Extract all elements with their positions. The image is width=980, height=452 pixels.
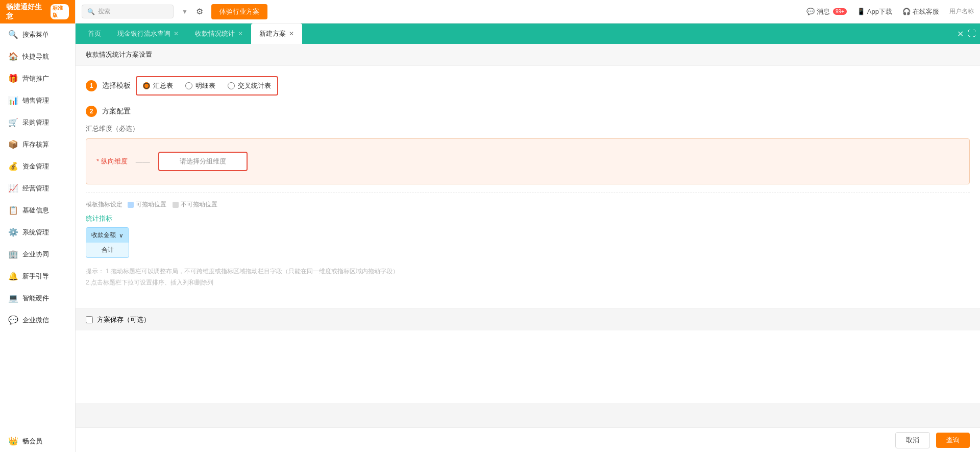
radio-cross-input[interactable] [228, 82, 235, 89]
topbar-search-box[interactable]: 🔍 搜索 [82, 5, 174, 18]
tips-section: 提示： 1.拖动标题栏可以调整布局，不可跨维度或指标区域拖动栏目字段（只能在同一… [86, 266, 970, 288]
sidebar-item-label: 畅会员 [22, 437, 42, 446]
template-options-box: 汇总表 明细表 交叉统计表 [136, 76, 278, 96]
tab-receipt-stats-close[interactable]: ✕ [238, 30, 243, 37]
cancel-button[interactable]: 取消 [895, 432, 930, 448]
step1-section: 1 选择模板 汇总表 明细表 [86, 76, 970, 96]
message-badge: 99+ [833, 8, 847, 15]
step2-title: 方案配置 [102, 107, 131, 116]
search-menu-icon: 🔍 [8, 30, 18, 39]
tab-bank-query-close[interactable]: ✕ [174, 30, 179, 37]
sidebar-item-purchase[interactable]: 🛒 采购管理 [0, 111, 75, 133]
sidebar-item-enterprise[interactable]: 🏢 企业协同 [0, 243, 75, 265]
tabs-right-controls: ✕ ⛶ [957, 29, 976, 39]
sidebar-item-label: 快捷导航 [22, 52, 49, 61]
sidebar-item-label: 企业协同 [22, 250, 49, 259]
sidebar-item-label: 销售管理 [22, 96, 49, 105]
tabs-close-icon[interactable]: ✕ [957, 29, 964, 39]
message-icon: 💬 [806, 8, 815, 15]
dimension-select[interactable]: 请选择分组维度 [158, 152, 248, 171]
guide-icon: 🔔 [8, 271, 18, 281]
metrics-label: 统计指标 [86, 214, 970, 223]
dimension-arrow: —— [136, 157, 150, 165]
radio-summary[interactable]: 汇总表 [143, 81, 173, 90]
tab-new-plan-close[interactable]: ✕ [289, 30, 294, 37]
radio-detail[interactable]: 明细表 [185, 81, 215, 90]
sidebar-item-marketing[interactable]: 🎁 营销推广 [0, 67, 75, 89]
service-label: 在线客服 [913, 7, 939, 16]
search-icon: 🔍 [87, 8, 95, 15]
sidebar-item-label: 企业微信 [22, 316, 49, 325]
sidebar-item-member[interactable]: 👑 畅会员 [0, 430, 75, 452]
inventory-icon: 📦 [8, 139, 18, 149]
tab-new-plan[interactable]: 新建方案 ✕ [251, 23, 302, 44]
metrics-card[interactable]: 收款金额 ∨ 合计 [86, 227, 129, 258]
topbar-settings-icon[interactable]: ⚙ [196, 7, 203, 16]
logo-badge: 标准版 [51, 4, 69, 19]
member-icon: 👑 [8, 436, 18, 446]
dimension-title: 汇总维度（必选） [86, 124, 970, 133]
topbar-dropdown-arrow[interactable]: ▼ [182, 8, 188, 15]
tabs-bar: 首页 现金银行流水查询 ✕ 收款情况统计 ✕ 新建方案 ✕ ✕ ⛶ [76, 23, 980, 44]
sidebar-item-system[interactable]: ⚙️ 系统管理 [0, 221, 75, 243]
step1-header: 1 选择模板 汇总表 明细表 [86, 76, 970, 96]
sidebar-item-label: 采购管理 [22, 118, 49, 127]
step1-num: 1 [86, 80, 97, 91]
message-btn[interactable]: 💬 消息 99+ [806, 7, 847, 16]
sidebar-item-label: 营销推广 [22, 74, 49, 83]
sidebar-item-sales[interactable]: 📊 销售管理 [0, 89, 75, 111]
system-icon: ⚙️ [8, 227, 18, 237]
footer-bar: 取消 查询 [76, 427, 980, 452]
search-placeholder-text: 搜索 [98, 7, 110, 16]
radio-summary-input[interactable] [143, 82, 150, 89]
step2-header: 2 方案配置 [86, 106, 970, 117]
metrics-section: 模板指标设定 可拖动位置 不可拖动位置 [86, 193, 970, 258]
radio-detail-input[interactable] [185, 82, 192, 89]
query-button[interactable]: 查询 [936, 433, 970, 448]
sidebar-item-label: 经营管理 [22, 184, 49, 193]
tip-2-text: 2.点击标题栏下拉可设置排序、插入列和删除列 [86, 277, 213, 289]
tabs-expand-icon[interactable]: ⛶ [968, 29, 976, 38]
legend-dot-gray [173, 202, 179, 208]
tab-receipt-stats[interactable]: 收款情况统计 ✕ [187, 23, 251, 44]
download-btn[interactable]: 📱 App下载 [857, 7, 892, 16]
sidebar-item-inventory[interactable]: 📦 库存核算 [0, 133, 75, 155]
legend-fixed-label: 不可拖动位置 [181, 200, 217, 209]
metrics-card-dropdown-icon[interactable]: ∨ [119, 232, 124, 239]
sidebar-item-quick-nav[interactable]: 🏠 快捷导航 [0, 45, 75, 67]
sidebar-item-label: 库存核算 [22, 140, 49, 149]
wechat-icon: 💬 [8, 315, 18, 325]
download-icon: 📱 [857, 8, 865, 15]
sidebar-item-guide[interactable]: 🔔 新手引导 [0, 265, 75, 287]
breadcrumb-text: 收款情况统计方案设置 [86, 51, 152, 58]
topbar: 🔍 搜索 ▼ ⚙ 体验行业方案 💬 消息 99+ 📱 App下载 🎧 在线客服 … [76, 0, 980, 23]
sidebar-item-label: 搜索菜单 [22, 30, 49, 39]
tab-bank-query-label: 现金银行流水查询 [117, 29, 170, 38]
sidebar-item-label: 新手引导 [22, 272, 49, 281]
tab-home[interactable]: 首页 [80, 23, 109, 44]
page-breadcrumb: 收款情况统计方案设置 [76, 44, 980, 66]
marketing-icon: 🎁 [8, 74, 18, 83]
sidebar-item-hardware[interactable]: 💻 智能硬件 [0, 287, 75, 309]
sidebar-item-wechat[interactable]: 💬 企业微信 [0, 309, 75, 331]
sidebar-item-search-menu[interactable]: 🔍 搜索菜单 [0, 23, 75, 45]
metrics-card-header[interactable]: 收款金额 ∨ [86, 228, 129, 243]
service-icon: 🎧 [902, 8, 911, 15]
tab-new-plan-label: 新建方案 [259, 29, 286, 38]
save-checkbox[interactable] [86, 316, 93, 323]
sidebar-item-operations[interactable]: 📈 经营管理 [0, 177, 75, 199]
sidebar-item-capital[interactable]: 💰 资金管理 [0, 155, 75, 177]
purchase-icon: 🛒 [8, 117, 18, 127]
legend-draggable: 可拖动位置 [128, 200, 166, 209]
sidebar-item-basic-info[interactable]: 📋 基础信息 [0, 199, 75, 221]
industry-btn[interactable]: 体验行业方案 [211, 4, 267, 19]
metrics-header: 模板指标设定 可拖动位置 不可拖动位置 [86, 200, 970, 209]
service-btn[interactable]: 🎧 在线客服 [902, 7, 939, 16]
logo-text: 畅捷通好生意 [6, 3, 46, 21]
tab-home-label: 首页 [88, 29, 101, 38]
tab-bank-query[interactable]: 现金银行流水查询 ✕ [109, 23, 187, 44]
message-label: 消息 [817, 7, 830, 16]
sidebar: 畅捷通好生意 标准版 🔍 搜索菜单 🏠 快捷导航 🎁 营销推广 📊 销售管理 🛒… [0, 0, 76, 452]
radio-cross[interactable]: 交叉统计表 [228, 81, 271, 90]
tip-row-1: 提示： 1.拖动标题栏可以调整布局，不可跨维度或指标区域拖动栏目字段（只能在同一… [86, 266, 970, 277]
